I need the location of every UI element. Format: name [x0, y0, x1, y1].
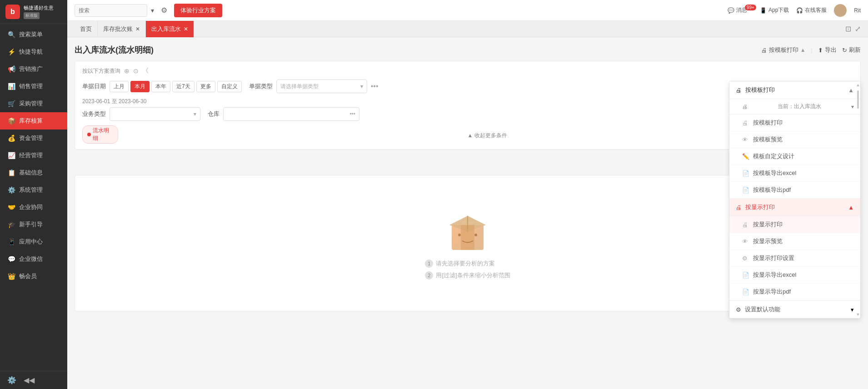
sidebar-label-guide: 新手引导 [19, 220, 43, 229]
filter-item-doc-type: 单据类型 请选择单据类型 ▾ ••• [249, 80, 379, 93]
template-print-section-header[interactable]: 🖨 按模板打印 ▲ [729, 81, 860, 99]
sidebar-item-purchase[interactable]: 🛒 采购管理 [0, 95, 67, 112]
print-button[interactable]: 🖨 按模板打印 ▲ [761, 46, 806, 54]
sidebar-item-finance[interactable]: 💰 资金管理 [0, 130, 67, 147]
sidebar-label-search: 搜索菜单 [19, 30, 43, 39]
tab-inventory-flow[interactable]: 出入库流水 ✕ [146, 21, 194, 37]
sidebar-nav: 🔍 搜索菜单 ⚡ 快捷导航 📢 营销推广 📊 销售管理 🛒 采购管理 📦 库存核… [0, 24, 67, 371]
sidebar-item-marketing[interactable]: 📢 营销推广 [0, 60, 67, 78]
sidebar-item-vip[interactable]: 👑 畅会员 [0, 268, 67, 285]
doc-type-more-icon[interactable]: ••• [371, 82, 379, 90]
settings-gear-icon[interactable]: ⚙ [158, 4, 170, 17]
inventory-icon: 📦 [7, 117, 15, 125]
tabs-right: ⊡ ⤢ [845, 25, 861, 33]
sidebar-item-system[interactable]: ⚙️ 系统管理 [0, 181, 67, 199]
template-export-excel-label: 按模板导出excel [753, 169, 796, 177]
display-export-excel-label: 按显示导出excel [753, 271, 796, 279]
sidebar-label-inventory: 库存核算 [19, 117, 43, 125]
tab-batch-account[interactable]: 库存批次账 ✕ [98, 21, 146, 37]
preview-icon-2: 👁 [742, 238, 749, 245]
online-service-button[interactable]: 🎧 在线客服 [796, 6, 827, 14]
avatar[interactable] [834, 4, 847, 17]
settings-bottom-icon[interactable]: ⚙️ [7, 376, 16, 384]
hint-text-1: 请先选择要分析的方案 [436, 259, 495, 268]
scroll-up-icon[interactable]: ▲ [855, 81, 861, 89]
template-print-chevron: ▲ [848, 87, 854, 94]
template-preview-item[interactable]: 👁 按模板预览 [729, 131, 860, 148]
sidebar-bottom: ⚙️ ◀◀ [0, 371, 67, 389]
restore-icon[interactable]: ⊡ [845, 25, 851, 33]
date-btn-prev-month[interactable]: 上月 [110, 81, 129, 92]
date-btn-last-7-days[interactable]: 近7天 [172, 81, 195, 92]
warehouse-label: 仓库 [208, 110, 219, 118]
date-btn-current-month[interactable]: 本月 [130, 81, 150, 92]
sidebar-item-inventory[interactable]: 📦 库存核算 [0, 112, 67, 130]
display-print-chevron: ▲ [848, 204, 854, 211]
search-dropdown-icon[interactable]: ▾ [151, 7, 154, 14]
message-button[interactable]: 💬 消息 99+ [728, 6, 753, 14]
collapse-label: 收起更多条件 [474, 132, 507, 140]
template-print-item[interactable]: 🖨 按模板打印 [729, 115, 860, 131]
display-export-excel-item[interactable]: 📄 按显示导出excel [729, 267, 860, 284]
search-input[interactable] [75, 4, 147, 17]
tab-home[interactable]: 首页 [75, 21, 98, 37]
system-icon: ⚙️ [7, 186, 15, 194]
sidebar-item-enterprise[interactable]: 🤝 企业协同 [0, 199, 67, 216]
top-header: ▾ ⚙ 体验行业方案 💬 消息 99+ 📱 App下载 🎧 在线客服 Rit [67, 0, 868, 21]
preview-icon-1: 👁 [742, 136, 749, 143]
display-print-title: 🖨 按显示打印 [736, 203, 775, 211]
export-button[interactable]: ⬆ 导出 [818, 46, 837, 54]
sidebar-item-guide[interactable]: 🎓 新手引导 [0, 216, 67, 233]
template-export-pdf-item[interactable]: 📄 按模板导出pdf [729, 182, 860, 199]
app-download-button[interactable]: 📱 App下载 [760, 6, 789, 14]
title-actions: 🖨 按模板打印 ▲ | ⬆ 导出 ↻ 刷新 [761, 46, 861, 54]
date-btn-custom[interactable]: 自定义 [217, 81, 242, 92]
scroll-down-icon[interactable]: ▼ [855, 311, 861, 318]
business-type-select[interactable]: ▾ [110, 107, 200, 121]
display-print-section-header[interactable]: 🖨 按显示打印 ▲ [729, 199, 860, 216]
scrollbar[interactable]: ▲ ▼ [857, 81, 859, 318]
filter-collapse-icon[interactable]: 《 [142, 67, 149, 75]
sidebar-item-sales[interactable]: 📊 销售管理 [0, 78, 67, 95]
template-export-pdf-label: 按模板导出pdf [753, 186, 791, 194]
collapse-sidebar-icon[interactable]: ◀◀ [24, 376, 35, 384]
maximize-icon[interactable]: ⤢ [855, 25, 861, 33]
hint-num-2: 2 [425, 271, 433, 279]
filter-header: 按以下方案查询 ⊕ ⊙ 《 [82, 67, 853, 75]
filter-add-icon[interactable]: ⊕ [124, 67, 130, 75]
display-export-pdf-item[interactable]: 📄 按显示导出pdf [729, 284, 860, 300]
sidebar-logo: b 畅捷通好生意 标准版 [0, 0, 67, 24]
quick-nav-icon: ⚡ [7, 48, 15, 56]
date-btn-more[interactable]: 更多 [196, 81, 215, 92]
date-buttons: 上月 本月 本年 近7天 更多 自定义 [110, 81, 242, 92]
filter-label: 按以下方案查询 [82, 67, 120, 75]
set-default-section[interactable]: ⚙ 设置默认功能 ▾ [729, 300, 860, 318]
sidebar-item-search[interactable]: 🔍 搜索菜单 [0, 26, 67, 43]
display-print-item[interactable]: 🖨 按显示打印 [729, 216, 860, 233]
sidebar-item-basic-info[interactable]: 📋 基础信息 [0, 164, 67, 181]
date-btn-current-year[interactable]: 本年 [151, 81, 170, 92]
sidebar-item-operations[interactable]: 📈 经营管理 [0, 147, 67, 164]
display-preview-item[interactable]: 👁 按显示预览 [729, 233, 860, 250]
scroll-thumb[interactable] [857, 90, 859, 109]
app-center-icon: 📱 [7, 238, 15, 246]
template-custom-item[interactable]: ✏️ 模板自定义设计 [729, 148, 860, 165]
tab-batch-account-close-icon[interactable]: ✕ [135, 26, 140, 32]
sidebar-item-app-center[interactable]: 📱 应用中心 [0, 233, 67, 250]
template-export-excel-item[interactable]: 📄 按模板导出excel [729, 165, 860, 182]
tab-inventory-flow-close-icon[interactable]: ✕ [184, 26, 188, 32]
warehouse-select[interactable]: ••• [223, 107, 359, 121]
filter-badge-flow[interactable]: 流水明细 [82, 125, 118, 144]
username-label[interactable]: Rit [854, 7, 861, 14]
filter-settings-icon[interactable]: ⊙ [133, 67, 139, 75]
sidebar-item-quick-nav[interactable]: ⚡ 快捷导航 [0, 43, 67, 60]
sidebar-label-marketing: 营销推广 [19, 65, 43, 73]
doc-type-select[interactable]: 请选择单据类型 ▾ [276, 80, 367, 93]
refresh-button[interactable]: ↻ 刷新 [842, 46, 861, 54]
set-default-title: ⚙ 设置默认功能 [736, 305, 780, 314]
print-icon-display: 🖨 [736, 204, 742, 211]
sidebar-item-wechat[interactable]: 💬 企业微信 [0, 250, 67, 268]
trial-industry-button[interactable]: 体验行业方案 [174, 4, 222, 17]
current-template-item[interactable]: 🖨 当前：出入库流水 ▾ [729, 99, 860, 115]
display-print-settings-item[interactable]: ⚙ 按显示打印设置 [729, 250, 860, 267]
